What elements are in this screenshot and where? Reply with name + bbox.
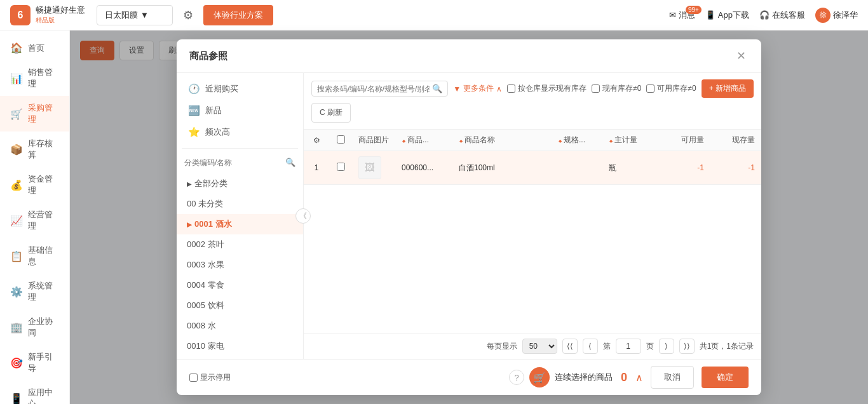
product-search-input[interactable] [317, 84, 430, 93]
product-thumbnail: 🖼 [358, 156, 381, 179]
collapse-panel-button[interactable]: 《 [295, 208, 311, 224]
row-checkbox[interactable] [337, 163, 345, 171]
sidebar-item-enterprise[interactable]: 🏢 企业协同 [0, 309, 69, 345]
avatar: 徐 [815, 8, 831, 23]
trial-button[interactable]: 体验行业方案 [203, 5, 273, 25]
modal-backdrop: 商品参照 ✕ 🕐 近期购买 🆕 [70, 30, 868, 404]
logo-area: 6 畅捷通好生意 精品版 [10, 5, 86, 25]
recent-purchase-menu-item[interactable]: 🕐 近期购买 [182, 78, 298, 100]
frequent-menu-item[interactable]: ⭐ 频次高 [182, 121, 298, 143]
category-0003[interactable]: 0003 水果 [177, 255, 303, 275]
chevron-down-icon: ▼ [140, 10, 149, 20]
category-search-area: 🔍 [177, 154, 303, 171]
warehouse-stock-checkbox[interactable] [507, 84, 515, 93]
product-search-box: 🔍 [311, 81, 448, 97]
refresh-button[interactable]: C 刷新 [311, 103, 351, 123]
warehouse-stock-checkbox-label[interactable]: 按仓库显示现有库存 [507, 83, 587, 94]
cancel-button[interactable]: 取消 [651, 366, 694, 389]
system-icon: ⚙️ [10, 286, 23, 298]
row-product-name: 白酒100ml [452, 151, 552, 185]
th-settings[interactable]: ⚙ [304, 130, 329, 151]
clock-icon: 🕐 [188, 83, 200, 95]
category-0010[interactable]: 0010 家电 [177, 336, 303, 354]
user-nav-item[interactable]: 徐 徐泽华 [815, 8, 858, 23]
page-label: 第 [603, 341, 611, 352]
row-unit: 瓶 [602, 151, 653, 185]
sidebar-item-purchase[interactable]: 🛒 采购管理 [0, 96, 69, 131]
cart-section: ? 🛒 连续选择的商品 0 ∧ [509, 367, 643, 387]
next-page-button[interactable]: ⟩ [659, 339, 674, 354]
th-unit[interactable]: ⬥ 主计量 [602, 130, 653, 151]
add-product-button[interactable]: + 新增商品 [702, 79, 754, 98]
category-0005[interactable]: 0005 饮料 [177, 295, 303, 316]
last-page-button[interactable]: ⟩⟩ [679, 339, 695, 354]
modal-header: 商品参照 ✕ [177, 39, 761, 73]
total-info: 共1页，1条记录 [700, 341, 754, 352]
apps-icon: 📱 [10, 393, 23, 405]
th-stock: 现存量 [710, 130, 761, 151]
online-service-nav-item[interactable]: 🎧 在线客服 [759, 10, 805, 21]
help-icon[interactable]: ? [509, 370, 524, 385]
divider [182, 148, 298, 149]
collapse-cart-button[interactable]: ∧ [635, 372, 643, 384]
table-row[interactable]: 1 🖼 [304, 151, 761, 185]
enterprise-icon: 🏢 [10, 321, 23, 333]
image-placeholder-icon: 🖼 [365, 162, 375, 173]
show-disabled-checkbox-label[interactable]: 显示停用 [189, 372, 231, 383]
new-product-menu-item[interactable]: 🆕 新品 [182, 100, 298, 121]
main-layout: 🏠 首页 📊 销售管理 🛒 采购管理 📦 库存核算 💰 资金管理 📈 经营管理 … [0, 30, 868, 404]
category-0004[interactable]: 0004 零食 [177, 275, 303, 295]
sort-icon-spec: ⬥ [558, 136, 562, 145]
available-nonzero-checkbox[interactable] [646, 84, 654, 93]
page-number-input[interactable] [616, 339, 641, 354]
cart-count: 0 [618, 371, 630, 384]
sidebar-item-apps[interactable]: 📱 应用中心 [0, 380, 69, 404]
sidebar-item-finance[interactable]: 💰 资金管理 [0, 167, 69, 203]
category-0008[interactable]: 0008 水 [177, 316, 303, 336]
th-checkbox [329, 130, 352, 151]
show-disabled-checkbox[interactable] [189, 374, 198, 382]
page-size-select[interactable]: 50 10 20 100 [522, 339, 557, 354]
sidebar-item-home[interactable]: 🏠 首页 [0, 36, 69, 60]
cart-button[interactable]: 🛒 [529, 367, 550, 387]
category-all[interactable]: ▶ 全部分类 [177, 173, 303, 194]
available-nonzero-checkbox-label[interactable]: 可用库存≠0 [646, 83, 696, 94]
prev-page-button[interactable]: ⟨ [583, 339, 598, 354]
messages-nav-item[interactable]: ✉ 消息 99+ [669, 10, 695, 21]
finance-icon: 💰 [10, 179, 23, 191]
confirm-button[interactable]: 确定 [702, 367, 749, 388]
sidebar-item-guide[interactable]: 🎯 新手引导 [0, 345, 69, 380]
filter-icon: ▼ [453, 84, 461, 93]
sidebar-item-sales[interactable]: 📊 销售管理 [0, 60, 69, 96]
select-all-checkbox[interactable] [337, 135, 345, 144]
modal-close-button[interactable]: ✕ [733, 48, 749, 64]
settings-icon[interactable]: ⚙ [178, 5, 198, 25]
sidebar-item-operations[interactable]: 📈 经营管理 [0, 203, 69, 238]
category-00[interactable]: 00 未分类 [177, 194, 303, 214]
star-icon: ⭐ [188, 126, 200, 138]
sidebar-item-system[interactable]: ⚙️ 系统管理 [0, 274, 69, 309]
first-page-button[interactable]: ⟨⟨ [562, 339, 578, 354]
more-filter-button[interactable]: ▼ 更多条件 ∧ [453, 83, 502, 94]
th-product-name[interactable]: ⬥ 商品名称 [452, 130, 552, 151]
logo-icon: 6 [10, 5, 31, 25]
th-spec[interactable]: ⬥ 规格... [552, 130, 602, 151]
app-download-nav-item[interactable]: 📱 App下载 [705, 10, 749, 21]
pagination-bar: 每页显示 50 10 20 100 ⟨⟨ ⟨ 第 页 [304, 333, 761, 359]
store-dropdown[interactable]: 日太阳膜 ▼ [97, 5, 173, 25]
category-search-input[interactable] [184, 158, 281, 167]
inventory-nonzero-checkbox-label[interactable]: 现有库存≠0 [592, 83, 641, 94]
row-checkbox-cell[interactable] [329, 151, 352, 185]
sidebar-item-inventory[interactable]: 📦 库存核算 [0, 131, 69, 167]
row-product-code: 000600... [395, 151, 452, 185]
th-product-image: 商品图片 [352, 130, 395, 151]
row-product-image: 🖼 [352, 151, 395, 185]
inventory-nonzero-checkbox[interactable] [592, 84, 600, 93]
category-0001[interactable]: ▶ 0001 酒水 [177, 214, 303, 234]
category-0002[interactable]: 0002 茶叶 [177, 234, 303, 255]
search-icon[interactable]: 🔍 [285, 158, 295, 167]
sidebar-item-basic[interactable]: 📋 基础信息 [0, 238, 69, 274]
th-product-code[interactable]: ⬥ 商品... [395, 130, 452, 151]
table-header-row: ⚙ 商品图片 [304, 130, 761, 151]
search-submit-icon[interactable]: 🔍 [432, 84, 442, 93]
